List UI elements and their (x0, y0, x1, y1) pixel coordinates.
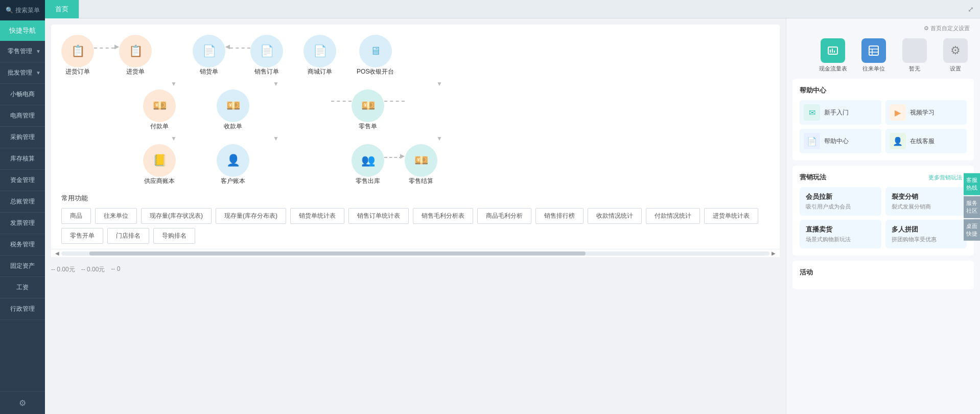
sidebar-settings[interactable]: ⚙ (0, 392, 45, 414)
down-retail: ▼ (409, 135, 470, 142)
func-btn-retail-open[interactable]: 零售开单 (61, 228, 103, 244)
float-btn-community[interactable]: 服务 社区 (964, 196, 980, 218)
sidebar-item-retail[interactable]: 零售管理 ▼ (0, 41, 45, 62)
down-from-sales: ▼ (245, 80, 307, 87)
flow-row-2: 💴 付款单 💴 收款单 (61, 89, 769, 131)
func-btn-purchase-stat[interactable]: 进货单统计表 (704, 208, 758, 224)
sidebar-item-ecom-small[interactable]: 小畅电商 (0, 84, 45, 105)
sidebar-item-ecom-mgmt[interactable]: 电商管理 (0, 105, 45, 127)
stats-row: -- 0.00元 -- 0.00元 -- 0 (51, 263, 780, 276)
flow-node-purchase-order: 📋 进货订单 (61, 35, 94, 76)
video-icon: ▶ (890, 104, 906, 121)
func-btn-rank[interactable]: 销售排行榜 (535, 208, 584, 224)
marketing-more[interactable]: 更多营销玩法 > (928, 174, 967, 181)
sidebar-item-tax[interactable]: 税务管理 (0, 234, 45, 256)
sidebar-item-payroll[interactable]: 工资 (0, 277, 45, 298)
content-body: 📋 进货订单 ▶ 📋 进货单 (45, 18, 980, 414)
sidebar: 🔍 搜索菜单 快捷导航 零售管理 ▼ 批发管理 ▼ 小畅电商 电商管理 采购管理… (0, 0, 45, 414)
help-item-beginner[interactable]: ✉ 新手入门 (800, 100, 881, 125)
arrow-2: ▶ (225, 35, 250, 50)
pos-icon[interactable]: 🖥 (359, 35, 392, 67)
func-btn-store-rank[interactable]: 门店排名 (107, 228, 149, 244)
marketing-member[interactable]: 会员拉新 吸引用户成为会员 (800, 187, 881, 216)
settings-icon-box: ⚙ (943, 38, 968, 63)
arrow-1: ▶ (94, 35, 119, 50)
func-btn-guide-rank[interactable]: 导购排名 (153, 228, 195, 244)
qa-settings[interactable]: ⚙ 设置 (937, 38, 974, 73)
func-btn-payment-stat[interactable]: 付款情况统计 (646, 208, 700, 224)
func-btn-sales-stat[interactable]: 销货单统计表 (290, 208, 344, 224)
sidebar-item-ledger[interactable]: 总账管理 (0, 191, 45, 213)
flow-node-pos: 🖥 POS收银开台 (357, 35, 394, 76)
s2 (123, 135, 143, 142)
sales-icon[interactable]: 📄 (193, 35, 225, 67)
flow-node-retail-order: 💴 零售单 (352, 89, 384, 131)
cashflow-icon-box (821, 38, 845, 63)
purchase-icon[interactable]: 📋 (119, 35, 152, 67)
marketing-fission[interactable]: 裂变分销 裂式发展分销商 (885, 187, 967, 216)
down-payment: ▼ (143, 135, 204, 142)
func-btn-goods[interactable]: 商品 (61, 208, 91, 224)
help-item-support[interactable]: 👤 在线客服 (885, 129, 967, 153)
flow-card: 📋 进货订单 ▶ 📋 进货单 (51, 25, 780, 257)
func-btn-units[interactable]: 往来单位 (95, 208, 137, 224)
marketing-card: 营销玩法 更多营销玩法 > 会员拉新 吸引用户成为会员 裂变分销 裂式发展分销商… (792, 166, 974, 256)
qa-units[interactable]: 往来单位 (855, 38, 892, 73)
sidebar-item-fixed-assets[interactable]: 固定资产 (0, 256, 45, 277)
retail-out-icon[interactable]: 👥 (352, 144, 384, 177)
flow-down-arrows: ▼ ▼ ▼ (61, 80, 769, 87)
sidebar-item-wholesale[interactable]: 批发管理 ▼ (0, 62, 45, 84)
func-btn-stock2[interactable]: 现存量(库存分布表) (216, 208, 286, 224)
qa-cashflow[interactable]: 现金流量表 (814, 38, 851, 73)
dashed-from-pos (384, 89, 405, 102)
sales-order-icon[interactable]: 📄 (250, 35, 283, 67)
tab-home[interactable]: 首页 (45, 0, 79, 18)
help-item-video[interactable]: ▶ 视频学习 (885, 100, 967, 125)
chevron-icon: ▼ (36, 70, 41, 76)
mall-order-icon[interactable]: 📄 (304, 35, 336, 67)
h-scrollbar[interactable]: ◀ ▶ (51, 249, 780, 257)
customer-icon[interactable]: 👤 (217, 144, 249, 177)
qa-none[interactable]: 暂无 (896, 38, 933, 73)
retail-settle-icon[interactable]: 💴 (405, 144, 437, 177)
flow-section: 📋 进货订单 ▶ 📋 进货单 (61, 35, 769, 186)
flow-node-payment: 💴 付款单 (143, 89, 176, 131)
arrow-retail: ▶ (384, 144, 405, 159)
func-btn-receipt-stat[interactable]: 收款情况统计 (588, 208, 642, 224)
sidebar-item-finance[interactable]: 资金管理 (0, 170, 45, 191)
func-btn-gross2[interactable]: 商品毛利分析 (477, 208, 531, 224)
func-btn-sales-order-stat[interactable]: 销售订单统计表 (348, 208, 409, 224)
purchase-order-icon[interactable]: 📋 (61, 35, 94, 67)
marketing-live[interactable]: 直播卖货 场景式购物新玩法 (800, 220, 881, 248)
supplier-icon[interactable]: 📒 (143, 144, 176, 177)
beginner-icon: ✉ (804, 104, 820, 121)
s6 (388, 135, 409, 142)
sidebar-item-admin[interactable]: 行政管理 (0, 298, 45, 320)
retail-order-icon[interactable]: 💴 (352, 89, 384, 122)
sidebar-item-inventory[interactable]: 库存核算 (0, 148, 45, 170)
scroll-thumb (89, 251, 585, 256)
scroll-right[interactable]: ▶ (769, 250, 778, 256)
sidebar-item-purchase[interactable]: 采购管理 (0, 127, 45, 148)
quick-icons-row: 现金流量表 往来单位 暂无 (792, 38, 974, 73)
flow-row-3: 📒 供应商账本 👤 客户账本 (61, 144, 769, 186)
search-menu[interactable]: 🔍 搜索菜单 (0, 0, 45, 20)
func-btn-stock1[interactable]: 现存量(库存状况表) (141, 208, 212, 224)
expand-icon[interactable]: ⤢ (966, 4, 976, 14)
payment-icon[interactable]: 💴 (143, 89, 176, 122)
help-item-help[interactable]: 📄 帮助中心 (800, 129, 881, 153)
func-btn-gross1[interactable]: 销售毛利分析表 (413, 208, 473, 224)
receipt-icon[interactable]: 💴 (217, 89, 249, 122)
spacer-arr-retail (331, 89, 352, 102)
float-btn-service[interactable]: 客服 热线 (964, 173, 980, 195)
scroll-left[interactable]: ◀ (53, 250, 61, 256)
float-btn-desktop[interactable]: 桌面 快捷 (964, 219, 980, 241)
s5 (327, 135, 388, 142)
flow-node-purchase: 📋 进货单 (119, 35, 152, 76)
marketing-group[interactable]: 多人拼团 拼团购物享受优惠 (885, 220, 967, 248)
homepage-settings-link[interactable]: ⚙ 首页自定义设置 (924, 25, 970, 32)
flow-node-retail-settle: 💴 零售结算 (405, 144, 437, 186)
sidebar-item-invoice[interactable]: 发票管理 (0, 213, 45, 234)
units-icon-box (861, 38, 886, 63)
tabs-right: ⤢ (966, 4, 980, 14)
